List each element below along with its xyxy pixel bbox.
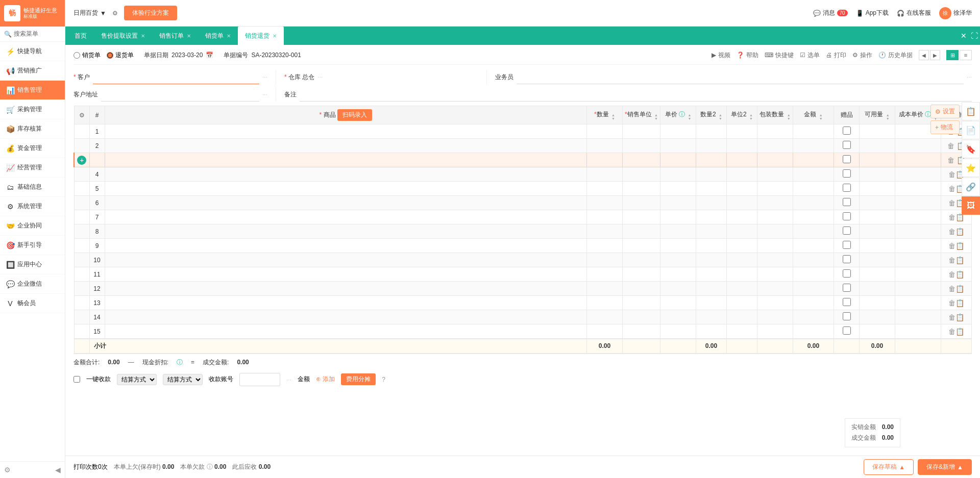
copy-row-btn[interactable]: 📋 bbox=[955, 313, 964, 321]
unit2-sort[interactable]: ▲▼ bbox=[749, 113, 753, 120]
sidebar-item-weixin[interactable]: 💬 企业微信 bbox=[0, 274, 65, 294]
close-sales-bill-icon[interactable]: ✕ bbox=[227, 33, 231, 39]
user-profile[interactable]: 徐 徐泽华 bbox=[939, 7, 972, 19]
logistics-btn[interactable]: + 物流 bbox=[930, 120, 960, 134]
settings-btn[interactable]: ⚙ 设置 bbox=[930, 105, 960, 118]
tab-home[interactable]: 首页 bbox=[67, 27, 94, 45]
sidebar-item-xinshou[interactable]: 🎯 新手引导 bbox=[0, 236, 65, 255]
fee-split-btn[interactable]: 费用分摊 bbox=[341, 373, 376, 385]
account-input[interactable] bbox=[239, 373, 280, 386]
sidebar-item-member[interactable]: V 畅会员 bbox=[0, 294, 65, 313]
daily-category[interactable]: 日用百货 ▼ bbox=[74, 9, 106, 17]
float-document[interactable]: 📄 bbox=[962, 121, 980, 139]
delete-row-btn[interactable]: 🗑 bbox=[948, 285, 955, 293]
select-tool[interactable]: ☑ 选单 bbox=[800, 51, 820, 60]
address-dots[interactable]: ··· bbox=[262, 91, 267, 98]
float-image[interactable]: 🖼 bbox=[962, 196, 980, 215]
product-input-active[interactable] bbox=[107, 157, 585, 164]
price-info-icon[interactable]: ⓘ bbox=[679, 111, 685, 118]
settlement-select[interactable]: 结算方式 bbox=[117, 374, 157, 385]
float-bookmark[interactable]: 🔖 bbox=[962, 140, 980, 158]
experience-btn[interactable]: 体验行业方案 bbox=[124, 6, 177, 20]
copy-row-btn[interactable]: 📋 bbox=[955, 299, 964, 307]
row-unit2[interactable] bbox=[727, 124, 757, 139]
copy-row-btn[interactable]: 📋 bbox=[955, 256, 964, 264]
row-price[interactable] bbox=[660, 124, 696, 139]
delete-row-btn[interactable]: 🗑 bbox=[948, 270, 955, 279]
sidebar-search[interactable]: 🔍 搜索菜单 bbox=[0, 27, 65, 42]
scan-btn[interactable]: 扫码录入 bbox=[337, 109, 372, 121]
sidebar-item-caigou[interactable]: 🛒 采购管理 bbox=[0, 100, 65, 119]
sidebar-item-kuaijie[interactable]: ⚡ 快捷导航 bbox=[0, 42, 65, 61]
view-list[interactable]: ≡ bbox=[960, 50, 972, 60]
delete-row-btn[interactable]: 🗑 bbox=[948, 242, 955, 250]
sidebar-item-xitong[interactable]: ⚙ 系统管理 bbox=[0, 197, 65, 216]
float-link[interactable]: 🔗 bbox=[962, 178, 980, 196]
close-all-icon[interactable]: ✕ bbox=[961, 32, 967, 40]
help-tool[interactable]: ❓ 帮助 bbox=[737, 51, 758, 60]
copy-row-btn[interactable]: 📋 bbox=[955, 242, 964, 250]
copy-row-btn[interactable]: 📋 bbox=[955, 285, 964, 293]
delete-row-btn[interactable]: 🗑 bbox=[947, 156, 954, 164]
tab-sales-bill[interactable]: 销货单 ✕ bbox=[198, 27, 238, 45]
save-draft-btn[interactable]: 保存草稿 ▲ bbox=[864, 459, 914, 475]
online-service-item[interactable]: 🎧 在线客服 bbox=[897, 9, 931, 17]
save-new-btn[interactable]: 保存&新增 ▲ bbox=[918, 459, 972, 475]
view-grid[interactable]: ⊞ bbox=[946, 50, 959, 60]
sidebar-item-jingying[interactable]: 📈 经营管理 bbox=[0, 158, 65, 178]
tab-sales-return[interactable]: 销货退货 ✕ bbox=[238, 27, 284, 45]
row-unit[interactable] bbox=[623, 124, 660, 139]
price-sort[interactable]: ▲▼ bbox=[688, 113, 691, 120]
sidebar-item-zijin[interactable]: 💰 资金管理 bbox=[0, 139, 65, 158]
unit-sort[interactable]: ▲▼ bbox=[654, 113, 658, 120]
shortcut-tool[interactable]: ⌨ 快捷键 bbox=[765, 51, 794, 60]
owed-info-icon[interactable]: ⓘ bbox=[207, 463, 213, 470]
staff-dots[interactable]: ··· bbox=[967, 73, 972, 81]
video-tool[interactable]: ▶ 视频 bbox=[712, 51, 730, 60]
col-gear-icon[interactable]: ⚙ bbox=[79, 112, 85, 119]
payment-help-icon[interactable]: ? bbox=[382, 376, 385, 383]
row-pkg[interactable] bbox=[757, 124, 793, 139]
float-star[interactable]: ⭐ bbox=[962, 159, 980, 177]
settings-bottom-icon[interactable]: ⚙ bbox=[4, 466, 11, 474]
message-item[interactable]: 💬 消息 70 bbox=[813, 9, 848, 17]
close-price-settings-icon[interactable]: ✕ bbox=[141, 33, 145, 39]
add-payment-icon[interactable]: ⊕ 添加 bbox=[316, 375, 335, 384]
delete-row-btn[interactable]: 🗑 bbox=[948, 199, 955, 207]
account-dots[interactable]: ··· bbox=[286, 376, 291, 383]
close-sales-order-icon[interactable]: ✕ bbox=[187, 33, 191, 39]
staff-input[interactable] bbox=[517, 70, 964, 84]
address-input[interactable] bbox=[101, 87, 259, 102]
warehouse-dots[interactable]: ··· bbox=[317, 73, 323, 81]
qty2-sort[interactable]: ▲▼ bbox=[719, 113, 722, 120]
history-tool[interactable]: 🕐 历史单据 bbox=[878, 51, 913, 60]
expand-icon[interactable]: ⛶ bbox=[971, 32, 978, 40]
sidebar-item-xiaoshou[interactable]: 📊 销售管理 bbox=[0, 81, 65, 100]
delete-row-btn[interactable]: 🗑 bbox=[948, 313, 955, 321]
nav-next[interactable]: ▶ bbox=[930, 50, 940, 60]
qty-sort[interactable]: ▲▼ bbox=[611, 113, 615, 120]
close-sales-return-icon[interactable]: ✕ bbox=[273, 33, 277, 39]
pkg-sort[interactable]: ▲▼ bbox=[787, 113, 791, 120]
row-qty2[interactable] bbox=[696, 124, 727, 139]
collapse-icon[interactable]: ◀ bbox=[55, 466, 61, 474]
copy-row-btn[interactable]: 📋 bbox=[955, 270, 964, 279]
tab-sales-order[interactable]: 销售订单 ✕ bbox=[152, 27, 198, 45]
sidebar-item-yingyong[interactable]: 🔲 应用中心 bbox=[0, 255, 65, 274]
radio-sale[interactable]: 销货单 bbox=[74, 51, 101, 60]
customer-input[interactable] bbox=[93, 70, 259, 84]
discount-info-icon[interactable]: ⓘ bbox=[177, 358, 183, 367]
delete-row-btn[interactable]: 🗑 bbox=[948, 170, 955, 179]
row-qty[interactable] bbox=[587, 124, 623, 139]
row-avail[interactable] bbox=[860, 124, 895, 139]
delete-row-btn[interactable]: 🗑 bbox=[948, 299, 955, 307]
one-click-checkbox[interactable] bbox=[74, 376, 80, 383]
print-tool[interactable]: 🖨 打印 bbox=[826, 51, 846, 60]
avail-sort[interactable]: ▲▼ bbox=[886, 113, 890, 120]
customer-dots[interactable]: ··· bbox=[262, 73, 267, 81]
delete-row-btn[interactable]: 🗑 bbox=[948, 328, 955, 336]
radio-return[interactable]: 退货单 bbox=[107, 51, 134, 60]
remark-input[interactable] bbox=[300, 87, 972, 102]
topbar-gear-icon[interactable]: ⚙ bbox=[112, 10, 118, 17]
delete-row-btn[interactable]: 🗑 bbox=[948, 185, 955, 193]
